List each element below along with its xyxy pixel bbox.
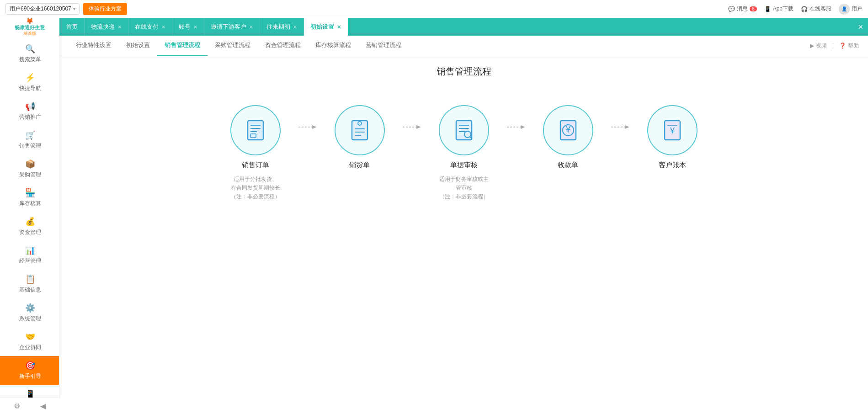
sidebar-item-operations[interactable]: 📊 经营管理	[0, 241, 59, 270]
flow-arrow-4	[609, 122, 631, 132]
collab-icon: 🤝	[25, 332, 35, 342]
sidebar-item-search[interactable]: 🔍 搜索菜单	[0, 39, 59, 68]
subtab-inventory-flow[interactable]: 库存核算流程	[308, 36, 358, 56]
subtab-purchase-flow[interactable]: 采购管理流程	[208, 36, 258, 56]
flow-desc-audit: 适用于财务审核或主管审核（注：非必要流程）	[439, 175, 489, 202]
flow-circle-receipt: ¥	[543, 105, 593, 155]
flow-item-sales-slip: 销货单	[319, 105, 401, 175]
subtab-initial[interactable]: 初始设置	[119, 36, 157, 56]
purchase-icon: 📦	[25, 159, 35, 169]
sidebar-item-basic[interactable]: 📋 基础信息	[0, 270, 59, 298]
top-bar-right: 💬 消息 6 📱 App下载 🎧 在线客服 👤 用户	[728, 4, 863, 15]
collapse-sidebar-button[interactable]: ◀	[40, 402, 46, 410]
flow-label-audit: 单据审核	[450, 161, 478, 170]
nav-close-all-button[interactable]: ✕	[853, 18, 868, 36]
app-download-button[interactable]: 📱 App下载	[764, 5, 793, 13]
sales-icon: 🛒	[25, 130, 35, 140]
video-icon: ▶	[810, 42, 814, 49]
basic-icon: 📋	[25, 274, 35, 284]
close-payment-icon[interactable]: ✕	[161, 24, 165, 30]
headset-icon: 🎧	[801, 6, 808, 12]
nav-tab-account[interactable]: 账号 ✕	[172, 18, 204, 36]
content-area: 行业特性设置 初始设置 销售管理流程 采购管理流程 资金管理流程 库存核算流程 …	[59, 36, 868, 414]
close-period-icon[interactable]: ✕	[293, 24, 297, 30]
sidebar-label-sales: 销售管理	[19, 142, 41, 150]
close-account-icon[interactable]: ✕	[193, 24, 197, 30]
sidebar-item-purchase[interactable]: 📦 采购管理	[0, 154, 59, 183]
subtab-inventory-flow-label: 库存核算流程	[315, 42, 351, 48]
sidebar-item-guide[interactable]: 🎯 新手引导	[0, 356, 59, 385]
sidebar-item-finance[interactable]: 💰 资金管理	[0, 212, 59, 241]
online-service-button[interactable]: 🎧 在线客服	[801, 5, 831, 13]
sidebar-label-search: 搜索菜单	[19, 56, 41, 64]
subtab-sales-flow[interactable]: 销售管理流程	[157, 36, 208, 56]
messages-button[interactable]: 💬 消息 6	[728, 5, 757, 13]
trial-button[interactable]: 体验行业方案	[83, 3, 127, 15]
nav-tab-home[interactable]: 首页	[59, 18, 85, 36]
nav-tab-invite[interactable]: 邀请下游客户 ✕	[204, 18, 260, 36]
flow-label-sales-slip: 销货单	[349, 161, 370, 170]
sidebar-label-system: 系统管理	[19, 315, 41, 323]
logo-text-line1: 畅康通好生意	[15, 24, 45, 31]
help-icon: ❓	[839, 42, 846, 49]
nav-tab-logistics-label: 物流快递	[91, 23, 115, 31]
subtab-marketing-flow-label: 营销管理流程	[366, 42, 401, 48]
nav-tab-invite-label: 邀请下游客户	[211, 23, 246, 31]
subtab-finance-flow[interactable]: 资金管理流程	[258, 36, 308, 56]
flow-circle-ledger: ¥	[647, 105, 698, 155]
system-icon: ⚙️	[25, 303, 35, 313]
nav-tab-initial[interactable]: 初始设置 ✕	[304, 18, 348, 36]
sidebar-label-guide: 新手引导	[19, 372, 41, 380]
nav-tab-home-label: 首页	[66, 23, 78, 31]
user-label: 用户690企业1660120507	[10, 5, 71, 13]
search-icon: 🔍	[25, 44, 35, 54]
close-logistics-icon[interactable]: ✕	[117, 24, 122, 30]
sidebar-item-collab[interactable]: 🤝 企业协同	[0, 327, 59, 356]
flow-label-receipt: 收款单	[558, 161, 578, 170]
nav-tab-payment-label: 在线支付	[135, 23, 159, 31]
sidebar-item-inventory[interactable]: 🏪 库存核算	[0, 183, 59, 212]
page-title: 销售管理流程	[78, 65, 850, 78]
sidebar-label-basic: 基础信息	[19, 286, 41, 294]
sidebar-label-quick-nav: 快捷导航	[19, 85, 41, 92]
top-bar: 用户690企业1660120507 ▾ 体验行业方案 💬 消息 6 📱 App下…	[0, 0, 868, 18]
video-help-button[interactable]: ▶ 视频	[810, 42, 827, 50]
svg-rect-0	[248, 121, 263, 140]
svg-marker-26	[625, 125, 629, 129]
flow-arrow-1	[297, 122, 319, 132]
flow-arrow-2	[401, 122, 423, 132]
user-profile[interactable]: 👤 用户	[839, 4, 863, 15]
sidebar-label-marketing: 营销推广	[19, 113, 41, 121]
flow-circle-audit	[439, 105, 489, 155]
video-label: 视频	[816, 42, 827, 50]
sidebar-item-marketing[interactable]: 📢 营销推广	[0, 97, 59, 126]
subtab-marketing-flow[interactable]: 营销管理流程	[358, 36, 409, 56]
sidebar-item-sales[interactable]: 🛒 销售管理	[0, 126, 59, 154]
svg-text:¥: ¥	[669, 126, 675, 135]
close-initial-icon[interactable]: ✕	[337, 24, 341, 30]
flow-item-ledger: ¥ 客户账本	[631, 105, 714, 175]
help-button[interactable]: ❓ 帮助	[839, 42, 859, 50]
marketing-icon: 📢	[25, 101, 35, 111]
flow-chart: 销售订单 适用于分批发货、有合同发货周期较长（注：非必要流程）	[78, 105, 850, 202]
subtab-industry[interactable]: 行业特性设置	[69, 36, 119, 56]
flow-item-audit: 单据审核 适用于财务审核或主管审核（注：非必要流程）	[423, 105, 505, 202]
online-service-label: 在线客服	[809, 5, 831, 13]
flow-circle-sales-slip	[335, 105, 385, 155]
sidebar-item-quick-nav[interactable]: ⚡ 快捷导航	[0, 68, 59, 97]
sidebar-label-operations: 经营管理	[19, 257, 41, 265]
nav-tab-logistics[interactable]: 物流快递 ✕	[85, 18, 128, 36]
flow-label-sales-order: 销售订单	[242, 161, 269, 170]
logo-icon: 🦊	[26, 17, 33, 24]
nav-tab-payment[interactable]: 在线支付 ✕	[128, 18, 172, 36]
sidebar-item-system[interactable]: ⚙️ 系统管理	[0, 298, 59, 327]
chevron-down-icon: ▾	[73, 6, 75, 11]
close-invite-icon[interactable]: ✕	[249, 24, 253, 30]
messages-badge: 6	[750, 6, 757, 11]
sub-tab-actions: ▶ 视频 | ❓ 帮助	[810, 42, 859, 50]
settings-gear-button[interactable]: ⚙	[14, 402, 20, 410]
user-selector[interactable]: 用户690企业1660120507 ▾	[5, 3, 80, 15]
nav-tab-period[interactable]: 往来期初 ✕	[260, 18, 304, 36]
quick-nav-icon: ⚡	[25, 73, 35, 83]
sidebar: 🔍 搜索菜单 ⚡ 快捷导航 📢 营销推广 🛒 销售管理 📦 采购管理 🏪 库存核…	[0, 36, 59, 414]
